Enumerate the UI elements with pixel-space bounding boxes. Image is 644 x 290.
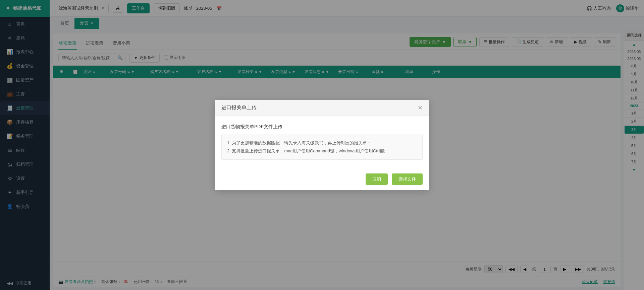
cancel-btn[interactable]: 取消 xyxy=(366,173,388,185)
dialog-notice: 1. 为了更加精准的数据匹配，请先录入海关缴款书，再上传对应的报关单； 2. 支… xyxy=(221,134,423,160)
dialog-overlay[interactable]: 进口报关单上传 ✕ 进口货物报关单PDF文件上传 1. 为了更加精准的数据匹配，… xyxy=(0,0,644,290)
dialog-title: 进口报关单上传 xyxy=(221,104,257,111)
dialog-footer: 取消 选择文件 xyxy=(215,168,429,190)
dialog-body: 进口货物报关单PDF文件上传 1. 为了更加精准的数据匹配，请先录入海关缴款书，… xyxy=(215,116,429,168)
notice-item-2: 2. 支持批量上传进口报关单，mac用户使用Command键，windows用户… xyxy=(227,147,417,155)
select-file-btn[interactable]: 选择文件 xyxy=(392,173,423,185)
notice-item-1: 1. 为了更加精准的数据匹配，请先录入海关缴款书，再上传对应的报关单； xyxy=(227,139,417,147)
upload-title: 进口货物报关单PDF文件上传 xyxy=(221,124,423,130)
dialog-header: 进口报关单上传 ✕ xyxy=(215,100,429,116)
dialog-close-btn[interactable]: ✕ xyxy=(418,105,423,111)
import-dialog: 进口报关单上传 ✕ 进口货物报关单PDF文件上传 1. 为了更加精准的数据匹配，… xyxy=(215,100,429,190)
